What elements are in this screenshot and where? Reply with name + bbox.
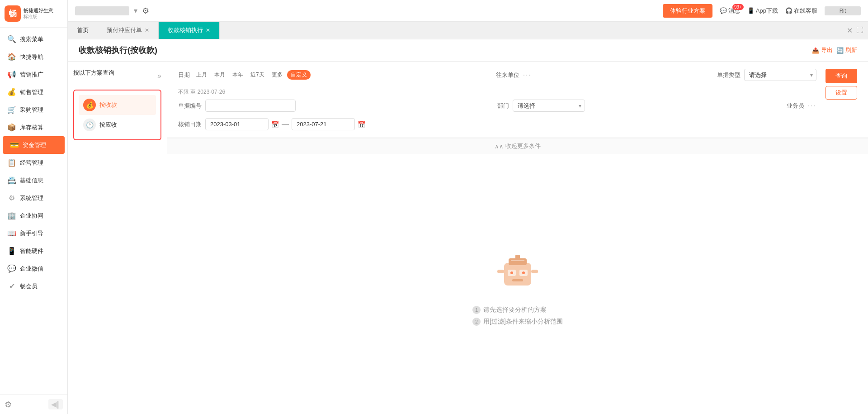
settings-icon[interactable]: ⚙	[5, 400, 12, 409]
settings-btn[interactable]: 设置	[826, 86, 857, 100]
service-icon: 🎧	[785, 7, 793, 14]
doc-no-field: 单据编号	[178, 100, 296, 112]
date-btn-more[interactable]: 更多	[269, 70, 285, 80]
sidebar-item-finance[interactable]: 💳资金管理	[3, 136, 65, 154]
tab-close-receipt[interactable]: ✕	[206, 27, 210, 33]
writeoff-start-date[interactable]	[205, 118, 269, 130]
nav-icon-inventory: 📦	[7, 123, 16, 132]
nav-icon-operations: 📋	[7, 158, 16, 167]
date-btn-custom[interactable]: 自定义	[287, 70, 311, 80]
svg-point-6	[522, 271, 525, 274]
nav-icon-sales: 💰	[7, 88, 16, 96]
sidebar-item-search[interactable]: 🔍搜索菜单	[0, 30, 67, 48]
close-tab-icon[interactable]: ✕	[847, 26, 853, 35]
sidebar: 畅 畅捷通好生意 标准版 🔍搜索菜单🏠快捷导航📢营销推广💰销售管理🛒采购管理📦库…	[0, 0, 68, 414]
filter-by-receivable[interactable]: 🕐 按应收	[79, 115, 156, 135]
sidebar-item-quick-nav[interactable]: 🏠快捷导航	[0, 48, 67, 66]
nav-icon-finance: 💳	[10, 141, 19, 149]
nav-icon-quick-nav: 🏠	[7, 52, 16, 61]
svg-point-5	[510, 271, 513, 274]
tab-bar: 首页 预付冲应付单 ✕ 收款核销执行 ✕ ✕ ⛶	[68, 22, 868, 39]
query-btn[interactable]: 查询	[826, 69, 857, 83]
sidebar-item-guide[interactable]: 📖新手引导	[0, 224, 67, 242]
date-field: 日期 上月 本月 本年 近7天 更多 自定义	[178, 70, 311, 80]
writeoff-date-field: 核销日期 📅 — 📅	[178, 118, 365, 130]
date-btn-7days[interactable]: 近7天	[248, 70, 267, 80]
message-badge: 99+	[732, 4, 744, 10]
sidebar-item-marketing[interactable]: 📢营销推广	[0, 66, 67, 83]
writeoff-end-date[interactable]	[292, 118, 355, 130]
svg-rect-1	[509, 258, 527, 265]
sidebar-item-basic-info[interactable]: 📇基础信息	[0, 171, 67, 189]
filter-by-receipt[interactable]: 💰 按收款	[79, 95, 156, 115]
tab-close-prepay[interactable]: ✕	[145, 27, 149, 33]
sidebar-item-member[interactable]: ✔畅会员	[0, 277, 67, 295]
collapse-left-panel-icon[interactable]: »	[157, 72, 161, 80]
top-bar: ▾ ⚙ 体验行业方案 💬 消息 99+ 📱 App下载 🎧 在线客服 Rit	[68, 0, 868, 22]
solution-btn[interactable]: 体验行业方案	[663, 4, 712, 18]
tab-home[interactable]: 首页	[68, 22, 98, 39]
sidebar-item-operations[interactable]: 📋经营管理	[0, 154, 67, 171]
empty-tip-2: 2 用[过滤]条件来缩小分析范围	[472, 318, 563, 326]
date-btn-thisyear[interactable]: 本年	[230, 70, 246, 80]
gear-icon[interactable]: ⚙	[142, 6, 149, 16]
collapse-more-icon: ∧∧	[495, 143, 504, 150]
expand-icon[interactable]: ⛶	[856, 26, 863, 34]
nav-icon-member: ✔	[7, 282, 16, 290]
nav-icon-search: 🔍	[7, 35, 16, 43]
nav-icon-system: ⚙	[7, 194, 16, 202]
nav-icon-wechat: 💬	[7, 264, 16, 273]
query-btn-group: 查询 设置	[826, 69, 857, 100]
partner-select-btn[interactable]: ···	[523, 71, 532, 79]
top-bar-left: ▾ ⚙	[75, 6, 149, 16]
sidebar-item-inventory[interactable]: 📦库存核算	[0, 119, 67, 136]
collapse-more-bar[interactable]: ∧∧ 收起更多条件	[167, 138, 868, 154]
user-avatar[interactable]: Rit	[825, 6, 861, 15]
sidebar-item-hardware[interactable]: 📱智能硬件	[0, 242, 67, 260]
sidebar-nav: 🔍搜索菜单🏠快捷导航📢营销推广💰销售管理🛒采购管理📦库存核算💳资金管理📋经营管理…	[0, 28, 67, 394]
export-btn[interactable]: 📤 导出	[812, 46, 833, 54]
nav-icon-basic-info: 📇	[7, 176, 16, 185]
app-download-btn[interactable]: 📱 App下载	[747, 7, 778, 15]
nav-icon-guide: 📖	[7, 229, 16, 238]
sidebar-item-enterprise[interactable]: 🏢企业协同	[0, 207, 67, 224]
sidebar-item-sales[interactable]: 💰销售管理	[0, 83, 67, 101]
sidebar-item-wechat[interactable]: 💬企业微信	[0, 260, 67, 277]
empty-tip-1: 1 请先选择要分析的方案	[472, 306, 563, 314]
sales-select-btn[interactable]: ···	[808, 102, 816, 110]
dept-select[interactable]: 请选择	[513, 100, 585, 112]
app-icon: 📱	[747, 7, 755, 14]
tab-prepay[interactable]: 预付冲应付单 ✕	[98, 22, 159, 39]
doc-no-input[interactable]	[205, 100, 296, 112]
query-form: 日期 上月 本月 本年 近7天 更多 自定义	[167, 62, 868, 138]
header-actions: 📤 导出 🔄 刷新	[812, 46, 857, 54]
svg-rect-9	[531, 270, 538, 273]
tab-receipt-writeoff[interactable]: 收款核销执行 ✕	[159, 22, 220, 39]
content-area: 按以下方案查询 » 💰 按收款 🕐 按应收	[68, 62, 868, 414]
calendar-start-icon[interactable]: 📅	[271, 121, 279, 128]
nav-icon-purchase: 🛒	[7, 105, 16, 114]
tab-bar-right: ✕ ⛶	[847, 26, 868, 35]
nav-icon-enterprise: 🏢	[7, 211, 16, 220]
sidebar-item-system[interactable]: ⚙系统管理	[0, 189, 67, 207]
refresh-btn[interactable]: 🔄 刷新	[836, 46, 857, 54]
logo-icon: 畅	[5, 5, 21, 22]
message-btn[interactable]: 💬 消息 99+	[720, 7, 740, 15]
export-icon: 📤	[812, 47, 819, 54]
collapse-sidebar-btn[interactable]: ◀‖	[48, 399, 63, 409]
refresh-icon: 🔄	[836, 47, 844, 54]
date-btn-lastmonth[interactable]: 上月	[193, 70, 210, 80]
message-icon: 💬	[720, 7, 727, 14]
doc-type-select[interactable]: 请选择	[744, 69, 816, 81]
sidebar-item-purchase[interactable]: 🛒采购管理	[0, 101, 67, 119]
calendar-end-icon[interactable]: 📅	[358, 121, 365, 128]
svg-rect-2	[515, 255, 520, 259]
online-service-btn[interactable]: 🎧 在线客服	[785, 7, 817, 15]
main-wrapper: ▾ ⚙ 体验行业方案 💬 消息 99+ 📱 App下载 🎧 在线客服 Rit	[68, 0, 868, 414]
left-panel-title: 按以下方案查询	[73, 69, 114, 77]
date-hint: 不限 至 2023-07-26	[178, 89, 225, 95]
date-btn-thismonth[interactable]: 本月	[212, 70, 228, 80]
page-header: 收款核销执行(按收款) 📤 导出 🔄 刷新	[68, 39, 868, 62]
chevron-down-icon[interactable]: ▾	[134, 6, 137, 15]
receipt-icon: 💰	[83, 99, 96, 111]
